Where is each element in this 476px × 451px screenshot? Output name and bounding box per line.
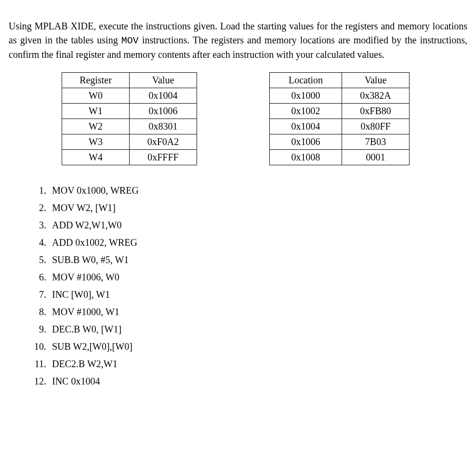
table-row: 0x1008 0001	[270, 150, 410, 165]
mem-location: 0x1002	[270, 104, 342, 119]
instruction-item: MOV #1006, W0	[29, 270, 467, 284]
mem-value: 0001	[342, 150, 410, 165]
reg-name: W3	[62, 134, 130, 150]
table-row: 0x1002 0xFB80	[270, 104, 410, 119]
table-row: W1 0x1006	[62, 104, 197, 119]
table-row: W0 0x1004	[62, 88, 197, 104]
reg-value: 0x8301	[130, 119, 197, 134]
instruction-item: DEC.B W0, [W1]	[29, 322, 467, 336]
reg-name: W2	[62, 119, 130, 134]
instruction-item: INC [W0], W1	[29, 288, 467, 302]
table-header-row: Register Value	[62, 73, 197, 88]
table-row: W3 0xF0A2	[62, 134, 197, 150]
reg-value: 0xF0A2	[130, 134, 197, 150]
reg-name: W0	[62, 88, 130, 104]
instruction-item: MOV 0x1000, WREG	[29, 184, 467, 198]
tables-row: Register Value W0 0x1004 W1 0x1006 W2 0x…	[62, 72, 467, 165]
reg-header-value: Value	[130, 73, 197, 88]
mem-value: 0xFB80	[342, 104, 410, 119]
instruction-item: SUB.B W0, #5, W1	[29, 253, 467, 267]
mem-header-location: Location	[270, 73, 342, 88]
register-table: Register Value W0 0x1004 W1 0x1006 W2 0x…	[62, 72, 197, 165]
instruction-item: MOV W2, [W1]	[29, 201, 467, 215]
mem-location: 0x1006	[270, 134, 342, 150]
instruction-list: MOV 0x1000, WREG MOV W2, [W1] ADD W2,W1,…	[29, 184, 467, 388]
instruction-item: DEC2.B W2,W1	[29, 357, 467, 371]
reg-value: 0x1004	[130, 88, 197, 104]
table-row: 0x1000 0x382A	[270, 88, 410, 104]
memory-table: Location Value 0x1000 0x382A 0x1002 0xFB…	[269, 72, 410, 165]
reg-value: 0x1006	[130, 104, 197, 119]
table-row: 0x1006 7B03	[270, 134, 410, 150]
instruction-item: ADD 0x1002, WREG	[29, 236, 467, 250]
instruction-item: MOV #1000, W1	[29, 305, 467, 319]
mem-value: 0x80FF	[342, 119, 410, 134]
reg-value: 0xFFFF	[130, 150, 197, 165]
mem-value: 7B03	[342, 134, 410, 150]
table-header-row: Location Value	[270, 73, 410, 88]
mem-value: 0x382A	[342, 88, 410, 104]
reg-name: W1	[62, 104, 130, 119]
intro-code: MOV	[121, 35, 139, 46]
instruction-item: SUB W2,[W0],[W0]	[29, 340, 467, 354]
intro-paragraph: Using MPLAB XIDE, execute the instructio…	[9, 19, 467, 62]
instruction-item: ADD W2,W1,W0	[29, 218, 467, 232]
mem-location: 0x1000	[270, 88, 342, 104]
mem-location: 0x1004	[270, 119, 342, 134]
table-row: W4 0xFFFF	[62, 150, 197, 165]
mem-header-value: Value	[342, 73, 410, 88]
table-row: 0x1004 0x80FF	[270, 119, 410, 134]
table-row: W2 0x8301	[62, 119, 197, 134]
reg-header-register: Register	[62, 73, 130, 88]
instruction-item: INC 0x1004	[29, 374, 467, 388]
mem-location: 0x1008	[270, 150, 342, 165]
reg-name: W4	[62, 150, 130, 165]
